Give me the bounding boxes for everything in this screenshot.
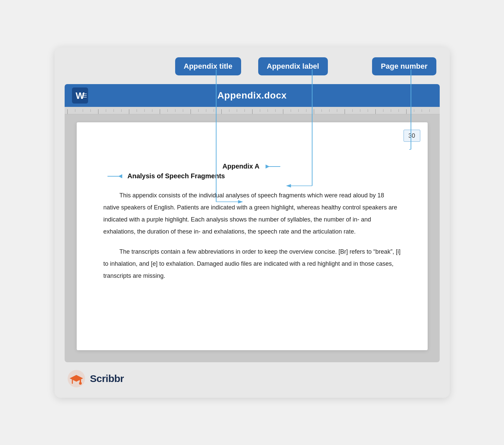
tooltip-appendix-label: Appendix label	[258, 57, 328, 75]
svg-rect-10	[82, 93, 87, 94]
tooltip-row: Appendix title Appendix label Page numbe…	[65, 57, 440, 84]
document-page: 30 Appendix A Analysis of Speech Fra	[77, 122, 428, 350]
appendix-label-arrow	[265, 163, 282, 170]
svg-marker-14	[266, 165, 270, 169]
appendix-title-line: Analysis of Speech Fragments	[103, 172, 401, 180]
svg-point-20	[79, 382, 82, 385]
scribbr-logo-icon	[67, 370, 85, 388]
tooltip-page-number: Page number	[372, 57, 436, 75]
appendix-label-text: Appendix A	[222, 163, 259, 170]
svg-marker-16	[118, 174, 122, 178]
outer-container: Appendix title Appendix label Page numbe…	[55, 47, 450, 398]
tooltip-appendix-title-label: Appendix title	[184, 62, 232, 70]
appendix-label-line: Appendix A	[103, 163, 401, 170]
tooltip-page-number-label: Page number	[381, 62, 427, 70]
page-number-value: 30	[408, 132, 415, 139]
doc-area: 30 Appendix A Analysis of Speech Fra	[65, 114, 440, 362]
body-paragraph-2: The transcripts contain a few abbreviati…	[103, 246, 401, 282]
appendix-title-arrow	[107, 173, 124, 180]
scribbr-brand-name: Scribbr	[90, 373, 124, 384]
word-titlebar: W Appendix.docx	[65, 84, 440, 107]
appendix-title-text: Analysis of Speech Fragments	[128, 172, 225, 180]
svg-rect-11	[82, 95, 87, 96]
word-document-title: Appendix.docx	[217, 90, 287, 101]
body-paragraph-1: This appendix consists of the individual…	[103, 189, 401, 238]
page-number-badge: 30	[404, 130, 420, 142]
tooltip-appendix-label-label: Appendix label	[267, 62, 319, 70]
ruler	[65, 107, 440, 114]
svg-rect-12	[82, 97, 87, 98]
tooltip-appendix-title: Appendix title	[175, 57, 241, 75]
footer: Scribbr	[65, 370, 440, 388]
word-icon: W	[72, 87, 88, 104]
